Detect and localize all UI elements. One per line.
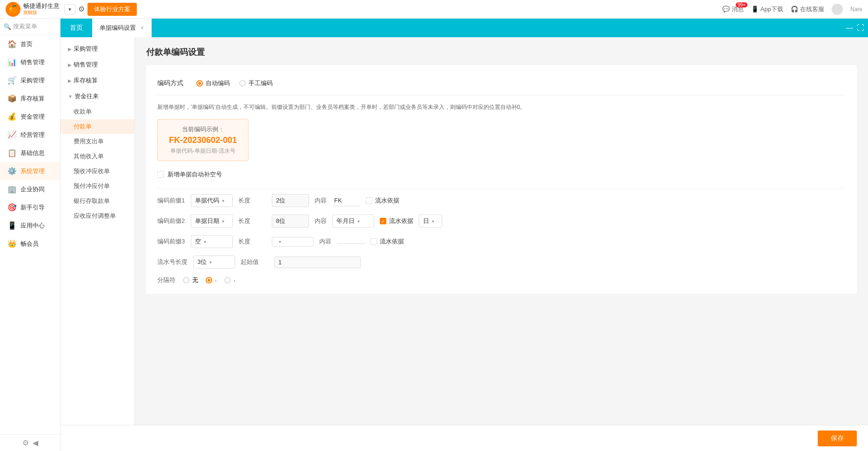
content2-select[interactable]: 年月日 ▾: [332, 215, 374, 228]
left-menu: ▶ 采购管理 ▶ 销售管理 ▶ 库存核算 ▼ 资金往来 收款单 付款单 费用支出…: [61, 37, 135, 425]
tab-encoding-settings[interactable]: 单据编码设置 ×: [92, 19, 152, 37]
preview-box: 当前编码示例： FK-20230602-001 单据代码-单据日期-流水号: [157, 119, 249, 161]
sidebar-bottom: ⚙ ◀: [0, 434, 60, 451]
preview-sub: 单据代码-单据日期-流水号: [169, 147, 237, 155]
prefix3-select[interactable]: 空 ▾: [191, 235, 233, 248]
encoding-method-group: 编码方式 自动编码 手工编码: [157, 74, 846, 95]
menu-group-sales-label: 销售管理: [74, 61, 98, 69]
serial2-group: ✓ 流水依据: [380, 217, 413, 225]
prefix-row-1: 编码前缀1 单据代码 ▾ 长度 2位 内容 FK 流水依据: [157, 194, 846, 207]
menu-group-inventory[interactable]: ▶ 库存核算: [61, 73, 135, 88]
save-button[interactable]: 保存: [818, 431, 857, 446]
sep-dot-radio: [206, 277, 212, 283]
period-select[interactable]: 日 ▾: [419, 215, 442, 228]
sidebar-item-system[interactable]: ⚙️ 系统管理: [0, 162, 60, 180]
manual-code-radio[interactable]: 手工编码: [239, 79, 273, 88]
download-icon: 📱: [751, 6, 759, 13]
sep-none-option[interactable]: 无: [183, 276, 198, 284]
serial3-group: 流水依据: [370, 237, 404, 246]
menu-group-purchase[interactable]: ▶ 采购管理: [61, 41, 135, 57]
tab-home[interactable]: 首页: [61, 19, 92, 37]
sidebar-item-purchase[interactable]: 🛒 采购管理: [0, 71, 60, 89]
user-avatar[interactable]: [832, 4, 843, 15]
auto-code-label: 自动编码: [206, 79, 230, 88]
serial1-checkbox[interactable]: [366, 197, 372, 204]
auto-fill-label: 新增单据自动补空号: [168, 170, 222, 179]
menu-group-finance-label: 资金往来: [74, 92, 99, 101]
online-service-item[interactable]: 🎧 在线客服: [791, 5, 824, 13]
length3-arrow: ▾: [279, 239, 281, 244]
sep-dot2-option[interactable]: ·: [224, 277, 236, 284]
sidebar-search[interactable]: 🔍 搜索菜单: [0, 19, 60, 35]
prefix2-arrow: ▾: [222, 219, 224, 224]
start-value-input[interactable]: [274, 256, 361, 268]
menu-item-pre-payable[interactable]: 预付冲应付单: [61, 179, 135, 194]
prefix1-select[interactable]: 单据代码 ▾: [191, 194, 233, 207]
encoding-label: 编码方式: [157, 79, 183, 88]
content3-value: [337, 240, 365, 244]
menu-group-finance[interactable]: ▼ 资金往来: [61, 88, 135, 104]
menu-group-sales[interactable]: ▶ 销售管理: [61, 57, 135, 73]
menu-item-expense[interactable]: 费用支出单: [61, 134, 135, 149]
start-value-label: 起始值: [241, 258, 269, 266]
sidebar-item-business[interactable]: 📈 经营管理: [0, 126, 60, 144]
auto-code-dot: [196, 80, 203, 87]
length2-input: 8位: [272, 215, 309, 228]
serial3-checkbox[interactable]: [370, 238, 377, 245]
sidebar-settings-icon[interactable]: ⚙: [22, 438, 29, 447]
sidebar-item-sales[interactable]: 📊 销售管理: [0, 53, 60, 71]
serial3-label: 流水依据: [380, 237, 404, 246]
top-bar: 🍊 畅捷通好生意 旗舰版 ▾ ⚙ 体验行业方案 💬 消息 99+ 📱 App下载…: [0, 0, 868, 19]
message-item[interactable]: 💬 消息 99+: [722, 5, 744, 13]
content2-label: 内容: [315, 217, 327, 225]
sidebar-label-finance: 资金管理: [20, 113, 45, 121]
sidebar-item-inventory[interactable]: 📦 库存核算: [0, 89, 60, 108]
sales-arrow-icon: ▶: [68, 62, 72, 67]
auto-code-radio[interactable]: 自动编码: [196, 79, 230, 88]
serial-length-value: 3位: [197, 258, 207, 266]
sidebar-label-business: 经营管理: [20, 131, 45, 139]
separator-label: 分隔符: [157, 276, 175, 284]
sidebar-item-basic[interactable]: 📋 基础信息: [0, 144, 60, 162]
prefix2-select[interactable]: 单据日期 ▾: [191, 215, 233, 228]
sidebar-item-member[interactable]: 👑 畅会员: [0, 235, 60, 253]
sidebar-item-finance[interactable]: 💰 资金管理: [0, 108, 60, 126]
service-icon: 🎧: [791, 6, 798, 13]
home-icon: 🏠: [7, 40, 17, 48]
menu-item-other-income[interactable]: 其他收入单: [61, 149, 135, 164]
sidebar-collapse-icon[interactable]: ◀: [33, 438, 38, 447]
message-badge: 99+: [736, 2, 747, 7]
menu-group-inventory-label: 库存核算: [74, 76, 98, 85]
menu-item-receipt[interactable]: 收款单: [61, 104, 135, 119]
inventory-icon: 📦: [7, 94, 17, 103]
length2-label: 长度: [238, 217, 266, 225]
inventory-arrow-icon: ▶: [68, 78, 72, 83]
sidebar-item-company[interactable]: 🏢 企业协同: [0, 180, 60, 198]
sidebar-item-guide[interactable]: 🎯 新手引导: [0, 198, 60, 216]
nav-dropdown[interactable]: ▾: [64, 4, 75, 14]
tab-maximize-button[interactable]: ⛶: [857, 24, 864, 32]
tab-close-icon[interactable]: ×: [141, 25, 144, 31]
auto-fill-checkbox[interactable]: [157, 171, 164, 178]
experience-button[interactable]: 体验行业方案: [87, 3, 137, 16]
app-download-item[interactable]: 📱 App下载: [751, 5, 783, 13]
divider1: [157, 188, 846, 188]
settings-icon[interactable]: ⚙: [78, 5, 85, 13]
apps-icon: 📱: [7, 221, 17, 230]
serial-length-select[interactable]: 3位 ▾: [193, 256, 235, 269]
serial-length-label: 流水号长度: [157, 258, 188, 266]
page-title: 付款单编码设置: [146, 47, 857, 58]
length3-select[interactable]: ▾: [272, 237, 314, 247]
sep-dot-option[interactable]: ·: [206, 277, 217, 284]
menu-item-pre-receivable[interactable]: 预收冲应收单: [61, 164, 135, 179]
sidebar-label-basic: 基础信息: [20, 149, 45, 157]
menu-item-bank[interactable]: 银行存取款单: [61, 194, 135, 209]
tab-minimize-button[interactable]: —: [846, 24, 853, 32]
guide-icon: 🎯: [7, 203, 17, 212]
menu-item-payment[interactable]: 付款单: [61, 119, 135, 134]
sidebar-item-apps[interactable]: 📱 应用中心: [0, 216, 60, 235]
separator-row: 分隔符 无 · ·: [157, 276, 846, 284]
serial2-checkbox[interactable]: ✓: [380, 218, 386, 224]
menu-item-adjustment[interactable]: 应收应付调整单: [61, 209, 135, 223]
sidebar-item-home[interactable]: 🏠 首页: [0, 35, 60, 53]
